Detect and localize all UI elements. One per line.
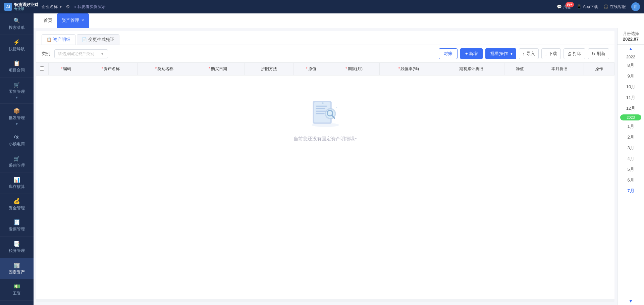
print-icon: 🖨 [567,51,572,56]
th-net-value: 净值 [504,63,535,75]
svg-point-12 [336,107,337,108]
sidebar-item-ecommerce[interactable]: 🛍 小畅电商 [0,130,34,151]
th-name: *资产名称 [84,63,138,75]
print-button[interactable]: 🖨 打印 [564,48,585,59]
month-item-2022-8[interactable]: 8月 [618,60,644,71]
message-action[interactable]: 💬 消息 99+ [557,4,571,10]
sidebar-item-finance[interactable]: 💰 资金管理 [0,194,34,215]
sidebar-item-retail[interactable]: 🛒 零售管理 ▼ [0,78,34,104]
retail-arrow-icon: ▼ [15,96,18,99]
th-monthly: 本月折旧 [535,63,584,75]
month-item-2023-3[interactable]: 3月 [618,143,644,153]
add-button[interactable]: + 新增 [460,48,483,59]
month-scroll-up-button[interactable]: ▲ [618,45,644,53]
tab-home[interactable]: 首页 [39,13,57,28]
sidebar-item-inventory[interactable]: 📊 库存核算 [0,172,34,194]
th-residual-rate: *残值率(%) [379,63,438,75]
th-original-value: *原值 [293,63,329,75]
month-item-2022-11[interactable]: 11月 [618,92,644,103]
download-button[interactable]: ↓ 下载 [541,48,561,59]
sidebar-item-search[interactable]: 🔍 搜索菜单 [0,13,34,35]
avatar[interactable]: 用 [631,2,640,11]
empty-state: 当前您还没有固定资产明细哦~ [36,75,614,162]
gear-icon[interactable]: ⚙ [66,4,70,9]
sidebar-label-tax: 税务管理 [9,248,25,254]
headset-icon: 🎧 [603,4,608,9]
fixedasset-icon: 🏢 [13,262,20,268]
ecommerce-icon: 🛍 [14,134,19,140]
inventory-icon: 📊 [13,176,20,183]
select-all-checkbox[interactable] [40,66,44,71]
sub-tabs: 📋 资产明细 📄 变更生成凭证 [36,31,614,45]
batch-button[interactable]: 批量操作 ▼ [485,48,516,59]
tab-asset[interactable]: 资产管理 ✕ [57,13,89,28]
purchase-icon: 🛒 [13,155,20,162]
sidebar-label-project: 项目合同 [9,68,25,73]
month-item-2023-4[interactable]: 4月 [618,153,644,164]
content-area: 首页 资产管理 ✕ 📋 资产明细 📄 变更生成凭证 [34,13,644,305]
retail-icon: 🛒 [13,82,20,88]
month-item-2022-10[interactable]: 10月 [618,82,644,92]
sidebar-item-quicknav[interactable]: ⚡ 快捷导航 [0,35,34,56]
brand: Ai 畅捷通好业财 专业版 [4,2,38,11]
month-panel-title: 月份选择 2022.07 [618,28,644,45]
refresh-button[interactable]: ↻ 刷新 [588,48,609,59]
sub-tab-voucher[interactable]: 📄 变更生成凭证 [77,34,119,45]
th-code: *编码 [48,63,84,75]
category-filter[interactable]: 请选择固定资产类别 ▼ [54,49,108,58]
search-icon: 🔍 [13,17,20,24]
sidebar-item-invoice[interactable]: 🧾 发票管理 [0,215,34,237]
sidebar-label-ecommerce: 小畅电商 [9,142,25,147]
month-item-2023-5[interactable]: 5月 [618,164,644,175]
company-name: 企业名称 [42,4,58,10]
bottom-scrollbar[interactable] [36,299,614,302]
sidebar-item-purchase[interactable]: 🛒 采购管理 [0,151,34,173]
table-container: *编码 *资产名称 *类别名称 *购买日期 折旧方法 *原值 *期限(月) *残… [36,63,614,299]
app-download-action[interactable]: 📱 App下载 [577,4,598,10]
tax-icon: 📑 [13,241,20,247]
month-item-2023-6[interactable]: 6月 [618,175,644,186]
sidebar-item-tax[interactable]: 📑 税务管理 [0,237,34,258]
th-checkbox [36,63,48,75]
tab-close-icon[interactable]: ✕ [81,18,84,22]
month-item-2023-2[interactable]: 2月 [618,132,644,143]
wholesale-icon: 📦 [13,108,20,114]
top-bar: Ai 畅捷通好业财 专业版 企业名称 ▼ ⚙ ○ 我要看实例演示 💬 消息 99… [0,0,644,13]
month-item-2022-9[interactable]: 9月 [618,71,644,82]
empty-illustration [305,96,345,129]
month-scroll-down-button[interactable]: ▼ [618,297,644,305]
voucher-tab-label: 变更生成凭证 [88,37,114,43]
customer-service-action[interactable]: 🎧 在线客服 [603,4,626,10]
company-selector[interactable]: 企业名称 ▼ [42,4,62,10]
reconcile-button[interactable]: 对账 [439,48,458,59]
sidebar-label-quicknav: 快捷导航 [9,47,25,52]
import-button[interactable]: ↑ 导入 [519,48,539,59]
year-2023-badge: 2023 [620,114,641,120]
filter-placeholder: 请选择固定资产类别 [58,51,94,57]
month-item-2022-12[interactable]: 12月 [618,103,644,114]
month-item-2023-7[interactable]: 7月 [618,186,644,196]
th-category: *类别名称 [138,63,191,75]
svg-rect-6 [316,113,325,114]
sidebar-label-finance: 资金管理 [9,206,25,211]
sub-tab-detail[interactable]: 📋 资产明细 [42,34,75,45]
quicknav-icon: ⚡ [13,39,20,45]
svg-rect-3 [316,106,327,107]
sidebar-label-fixedasset: 固定资产 [9,270,25,275]
sidebar-item-fixedasset[interactable]: 🏢 固定资产 [0,258,34,279]
tabs-bar: 首页 资产管理 ✕ [34,13,644,28]
sidebar-item-ops[interactable]: 📈 经营管理 [0,301,34,305]
batch-chevron-icon: ▼ [510,52,513,56]
message-badge: 99+ [566,2,574,7]
sidebar-item-wholesale[interactable]: 📦 批发管理 ▼ [0,104,34,130]
sidebar-item-project[interactable]: 📋 项目合同 [0,56,34,78]
page-content: 📋 资产明细 📄 变更生成凭证 类别 请选择固定资产类别 ▼ [34,28,644,305]
message-icon: 💬 [557,4,562,9]
th-purchase-date: *购买日期 [191,63,245,75]
asset-table: *编码 *资产名称 *类别名称 *购买日期 折旧方法 *原值 *期限(月) *残… [36,63,614,75]
project-icon: 📋 [13,60,20,66]
month-item-2023-1[interactable]: 1月 [618,121,644,132]
detail-tab-icon: 📋 [47,37,52,42]
sidebar-item-payroll[interactable]: 💵 工资 [0,279,34,301]
demo-link[interactable]: ○ 我要看实例演示 [73,4,106,10]
